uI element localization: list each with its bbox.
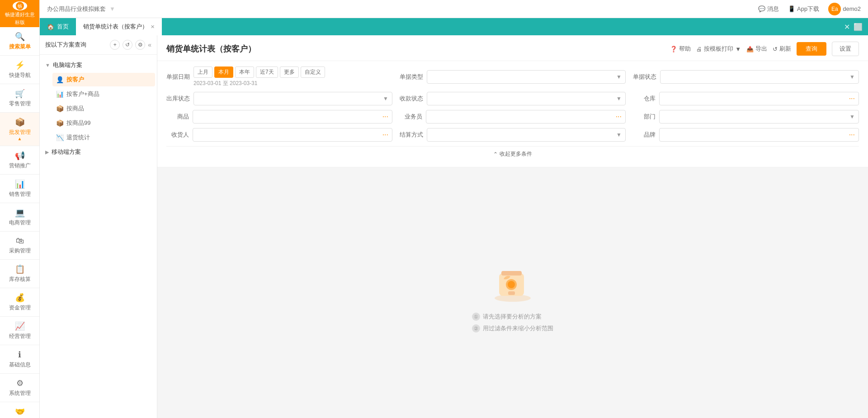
sidebar-item-finance[interactable]: 💰 资金管理 <box>0 288 39 317</box>
message-button[interactable]: 💬 消息 <box>758 5 779 13</box>
last-7-days-btn[interactable]: 近7天 <box>256 66 278 78</box>
out-status-input[interactable]: ▼ <box>193 92 392 105</box>
tree-child-by-goods[interactable]: 📦 按商品 <box>52 102 155 115</box>
sidebar-item-inventory[interactable]: 📋 库存核算 <box>0 260 39 288</box>
salesperson-input[interactable]: ··· <box>426 110 626 124</box>
tree-child-return-stats[interactable]: 📉 退货统计 <box>52 131 155 144</box>
tab-close-all-button[interactable]: ✕ <box>844 23 850 31</box>
settings-scheme-button[interactable]: ⚙ <box>135 40 145 50</box>
refresh-label: 刷新 <box>779 45 791 53</box>
sidebar-item-cooperation[interactable]: 🤝 企业协同 <box>0 402 39 418</box>
brand-dots-icon[interactable]: ··· <box>849 131 855 139</box>
user-menu[interactable]: Ea demo2 <box>828 3 861 15</box>
logo-icon: 畅 <box>13 1 27 10</box>
department-input[interactable]: ▼ <box>659 110 859 124</box>
tab-sales-report[interactable]: 销货单统计表（按客户） ✕ <box>76 18 162 35</box>
filter-area: 单据日期 上月 本月 本年 近7天 更多 自定义 2023-03-01 至 20… <box>157 61 868 167</box>
sidebar-item-search[interactable]: 🔍 搜索菜单 <box>0 27 39 56</box>
receiver-label: 收货人 <box>166 131 189 139</box>
message-label: 消息 <box>767 5 779 13</box>
last-month-btn[interactable]: 上月 <box>193 66 212 78</box>
purchase-icon: 🛍 <box>16 236 24 246</box>
panel-collapse-icon[interactable]: « <box>148 41 151 48</box>
sidebar-item-sales[interactable]: 📊 销售管理 <box>0 175 39 203</box>
sidebar-item-system[interactable]: ⚙ 系统管理 <box>0 374 39 402</box>
print-icon: 🖨 <box>696 46 702 52</box>
wholesale-arrow-icon: ▲ <box>18 136 22 141</box>
quick-nav-icon: ⚡ <box>15 60 25 70</box>
sidebar-item-retail[interactable]: 🛒 零售管理 <box>0 84 39 113</box>
right-content: 销货单统计表（按客户） ❓ 帮助 🖨 按模板打印 ▼ 📤 导出 <box>157 35 868 418</box>
help-label: 帮助 <box>679 45 691 53</box>
sidebar-item-purchase[interactable]: 🛍 采购管理 <box>0 232 39 260</box>
svg-rect-7 <box>508 291 515 295</box>
tab-home[interactable]: 🏠 首页 <box>40 18 76 35</box>
this-year-btn[interactable]: 本年 <box>235 66 254 78</box>
desktop-label: 电脑端方案 <box>53 61 82 69</box>
salesperson-dots-icon[interactable]: ··· <box>616 113 622 121</box>
warehouse-dots-icon[interactable]: ··· <box>849 95 855 103</box>
empty-tip-2: ② 用过滤条件来缩小分析范围 <box>472 324 553 332</box>
sidebar-item-quick-nav[interactable]: ⚡ 快捷导航 <box>0 56 39 84</box>
page-title: 销货单统计表（按客户） <box>166 43 256 54</box>
sidebar-item-marketing[interactable]: 📢 营销推广 <box>0 146 39 175</box>
export-label: 导出 <box>755 45 767 53</box>
date-range-display: 2023-03-01 至 2023-03-31 <box>193 80 392 87</box>
by-goods-icon: 📦 <box>56 105 64 112</box>
sidebar-item-operations[interactable]: 📈 经营管理 <box>0 317 39 345</box>
tab-close-icon[interactable]: ✕ <box>151 24 155 30</box>
tree-parent-desktop[interactable]: ▼ 电脑端方案 <box>40 58 157 72</box>
settings-button[interactable]: 设置 <box>832 42 859 56</box>
refresh-button[interactable]: ↺ 刷新 <box>773 45 791 53</box>
filter-payment-status-cell: 收款状态 ▼ <box>400 92 626 105</box>
sidebar-item-system-label: 系统管理 <box>9 390 31 397</box>
collapse-bar[interactable]: ⌃ 收起更多条件 <box>166 146 859 162</box>
sidebar-item-search-label: 搜索菜单 <box>9 43 31 51</box>
goods-input[interactable]: ··· <box>193 110 392 124</box>
help-button[interactable]: ❓ 帮助 <box>670 45 691 53</box>
export-button[interactable]: 📤 导出 <box>746 45 767 53</box>
sidebar-item-ecommerce[interactable]: 💻 电商管理 <box>0 203 39 232</box>
refresh-scheme-button[interactable]: ↺ <box>123 40 132 50</box>
app-download-button[interactable]: 📱 App下载 <box>788 5 819 13</box>
left-panel-title: 按以下方案查询 <box>45 41 86 49</box>
filter-brand-cell: 品牌 ··· <box>633 128 859 142</box>
query-button[interactable]: 查询 <box>797 42 826 56</box>
warehouse-input[interactable]: ··· <box>659 92 859 105</box>
custom-btn[interactable]: 自定义 <box>301 66 325 78</box>
by-customer-label: 按客户 <box>66 76 84 84</box>
goods-dots-icon[interactable]: ··· <box>382 113 388 121</box>
order-status-input[interactable]: ▼ <box>660 70 859 84</box>
receiver-dots-icon[interactable]: ··· <box>382 131 388 139</box>
more-btn[interactable]: 更多 <box>280 66 299 78</box>
receiver-input[interactable]: ··· <box>193 128 392 142</box>
export-icon: 📤 <box>746 46 754 52</box>
page-actions: ❓ 帮助 🖨 按模板打印 ▼ 📤 导出 ↺ 刷新 <box>670 42 859 56</box>
tree-child-by-customer-goods[interactable]: 📊 按客户+商品 <box>52 87 155 101</box>
tree-child-by-customer[interactable]: 👤 按客户 <box>52 73 155 86</box>
payment-method-input[interactable]: ▼ <box>427 128 626 142</box>
add-scheme-button[interactable]: + <box>110 40 120 50</box>
sidebar-item-wholesale[interactable]: 📦 批发管理 ▲ <box>0 113 39 146</box>
breadcrumb: 办公用品行业模拟账套 <box>47 5 106 13</box>
template-print-button[interactable]: 🖨 按模板打印 ▼ <box>696 45 741 53</box>
tree-child-by-goods-99[interactable]: 📦 按商品99 <box>52 116 155 130</box>
tab-expand-button[interactable]: ⬜ <box>854 23 863 31</box>
filter-order-status-cell: 单据状态 ▼ <box>633 66 859 87</box>
by-customer-goods-icon: 📊 <box>56 90 64 98</box>
tree-parent-mobile[interactable]: ▶ 移动端方案 <box>40 145 157 159</box>
order-type-input[interactable]: ▼ <box>427 70 626 84</box>
system-icon: ⚙ <box>16 378 24 388</box>
return-stats-label: 退货统计 <box>66 133 90 142</box>
this-month-btn[interactable]: 本月 <box>214 66 233 78</box>
department-label: 部门 <box>633 113 656 121</box>
brand-input[interactable]: ··· <box>659 128 859 142</box>
date-label: 单据日期 <box>166 73 190 81</box>
filter-warehouse-cell: 仓库 ··· <box>633 92 859 105</box>
sidebar-item-basic-info[interactable]: ℹ 基础信息 <box>0 345 39 374</box>
empty-icon <box>486 253 540 307</box>
by-customer-goods-label: 按客户+商品 <box>66 90 99 98</box>
tree-children-desktop: 👤 按客户 📊 按客户+商品 📦 按商品 📦 按商品99 <box>40 73 157 144</box>
sidebar-item-operations-label: 经营管理 <box>9 332 31 340</box>
payment-status-input[interactable]: ▼ <box>427 92 626 105</box>
